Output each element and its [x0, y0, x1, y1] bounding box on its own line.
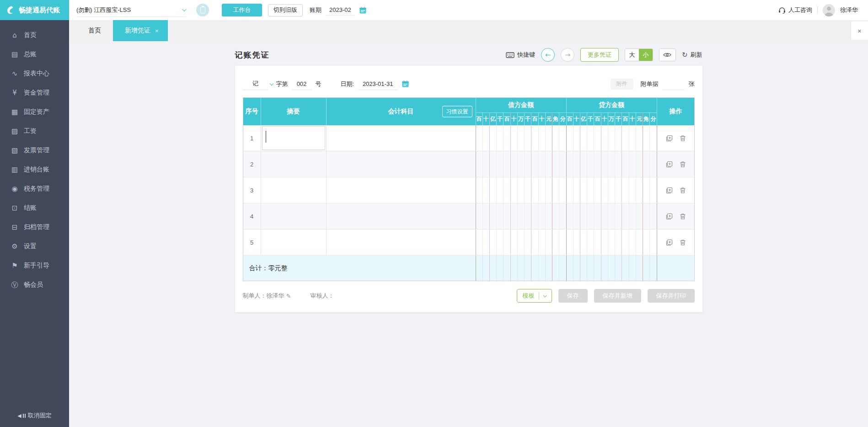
voucher-word-field[interactable]: 记: [243, 78, 268, 90]
account-cell[interactable]: [327, 125, 476, 151]
purchase-sales-ledger-icon: ▥: [11, 165, 19, 174]
summary-cell[interactable]: [261, 203, 327, 229]
credit-amount-cell[interactable]: [567, 151, 657, 177]
unpin-sidebar-button[interactable]: ◀ 取消固定: [0, 408, 69, 423]
digit-col-label: 分: [559, 113, 566, 125]
next-voucher-button[interactable]: →: [561, 48, 574, 62]
habit-settings-button[interactable]: 习惯设置: [442, 106, 472, 117]
size-small-option[interactable]: 小: [639, 49, 653, 61]
shortcut-keys-button[interactable]: 快捷键: [506, 51, 535, 59]
delete-row-icon[interactable]: [680, 239, 686, 246]
save-and-print-button[interactable]: 保存并打印: [648, 289, 695, 303]
sidebar-item-funds-management[interactable]: ¥资金管理: [0, 83, 69, 102]
digit-cell: [490, 177, 497, 203]
refresh-button[interactable]: ↻ 刷新: [682, 51, 702, 59]
delete-row-icon[interactable]: [680, 161, 686, 168]
summary-cell[interactable]: [261, 230, 327, 255]
sidebar-item-beginner-guide[interactable]: ⚑新手引导: [0, 256, 69, 275]
clipboard-circle-button[interactable]: [196, 4, 209, 16]
sidebar-item-purchase-sales-ledger[interactable]: ▥进销台账: [0, 160, 69, 179]
attach-count-field[interactable]: [663, 78, 685, 90]
summary-cell[interactable]: [261, 125, 327, 151]
size-large-option[interactable]: 大: [625, 49, 639, 61]
template-button[interactable]: 模板: [517, 289, 552, 303]
digit-cell: [608, 230, 615, 255]
sidebar-item-tax-management[interactable]: ◉税务管理: [0, 179, 69, 198]
digit-cell: [580, 177, 587, 203]
voucher-date-field[interactable]: 2023-01-31: [358, 78, 397, 90]
tab-new-voucher[interactable]: 新增凭证 ×: [113, 20, 168, 41]
voucher-number-field[interactable]: 002: [292, 78, 312, 90]
sidebar-item-home[interactable]: ⌂首页: [0, 26, 69, 45]
debit-amount-cell[interactable]: [476, 230, 567, 255]
sidebar-item-invoice-management[interactable]: ▧发票管理: [0, 141, 69, 160]
sidebar-item-fixed-assets[interactable]: ▦固定资产: [0, 102, 69, 122]
attachment-button[interactable]: 附件: [611, 79, 633, 90]
edit-pencil-icon[interactable]: ✎: [286, 293, 291, 299]
summary-input[interactable]: [262, 126, 325, 150]
period-value[interactable]: 2023-02: [326, 5, 355, 16]
credit-amount-cell[interactable]: [567, 203, 657, 229]
digit-cell: [546, 151, 552, 177]
avatar[interactable]: [823, 4, 835, 16]
credit-amount-cell[interactable]: [567, 177, 657, 203]
digit-cell: [559, 125, 566, 151]
sidebar-item-archive-management[interactable]: ⊟归档管理: [0, 218, 69, 237]
more-vouchers-button[interactable]: 更多凭证: [580, 48, 619, 62]
sidebar-item-closing[interactable]: ⊡结账: [0, 198, 69, 218]
delete-row-icon[interactable]: [680, 187, 686, 194]
sidebar-item-chang-member[interactable]: Ⓥ畅会员: [0, 275, 69, 294]
account-cell[interactable]: [327, 203, 476, 229]
credit-amount-cell[interactable]: [567, 230, 657, 255]
sidebar-item-report-center[interactable]: ∿报表中心: [0, 64, 69, 83]
account-cell[interactable]: [327, 230, 476, 255]
calendar-icon[interactable]: [402, 80, 409, 88]
previous-voucher-button[interactable]: ←: [541, 48, 555, 62]
digit-col-label: 十: [511, 113, 518, 125]
digit-cell: [608, 177, 615, 203]
debit-amount-cell[interactable]: [476, 125, 567, 151]
account-cell[interactable]: [327, 177, 476, 203]
sidebar-item-general-ledger[interactable]: ▤总账: [0, 45, 69, 64]
digit-col-label: 万: [518, 113, 525, 125]
debit-amount-cell[interactable]: [476, 203, 567, 229]
workbench-button[interactable]: 工作台: [222, 4, 262, 16]
close-tab-icon[interactable]: ×: [155, 27, 159, 34]
summary-cell[interactable]: [261, 151, 327, 177]
digit-cell: [483, 125, 490, 151]
sidebar-item-payroll[interactable]: ▨工资: [0, 122, 69, 141]
credit-amount-cell[interactable]: [567, 125, 657, 151]
save-and-add-button[interactable]: 保存并新增: [594, 289, 641, 303]
insert-row-icon[interactable]: [666, 161, 673, 168]
account-set-selector[interactable]: (勿删) 江西服宝-LSS: [76, 3, 185, 17]
live-support-link[interactable]: 人工咨询: [778, 6, 812, 14]
visibility-button[interactable]: [659, 48, 676, 61]
general-ledger-icon: ▤: [11, 50, 19, 59]
insert-row-icon[interactable]: [666, 239, 673, 246]
digit-cell: [511, 177, 518, 203]
sidebar-item-settings[interactable]: ⚙设置: [0, 237, 69, 256]
voucher-row: 5: [243, 230, 694, 256]
digit-cell: [546, 125, 552, 151]
calendar-icon[interactable]: [359, 6, 367, 14]
insert-row-icon[interactable]: [666, 135, 673, 142]
account-cell[interactable]: [327, 151, 476, 177]
delete-row-icon[interactable]: [680, 213, 686, 220]
insert-row-icon[interactable]: [666, 187, 673, 194]
insert-row-icon[interactable]: [666, 213, 673, 220]
digit-cell: [636, 230, 643, 255]
tab-home[interactable]: 首页: [76, 20, 113, 41]
save-button[interactable]: 保存: [558, 289, 588, 303]
close-panel-button[interactable]: ×: [851, 21, 868, 40]
switch-old-version-button[interactable]: 切到旧版: [268, 4, 303, 16]
digit-cell: [518, 256, 525, 281]
debit-amount-cell[interactable]: [476, 177, 567, 203]
digit-cell: [573, 203, 580, 229]
maker-name: 徐泽华: [267, 292, 284, 300]
summary-cell[interactable]: [261, 177, 327, 203]
digit-cell: [636, 125, 643, 151]
digit-cell: [497, 256, 504, 281]
debit-amount-cell[interactable]: [476, 151, 567, 177]
debit-header: 借方金额 百十亿千百十万千百十元角分: [476, 98, 567, 125]
delete-row-icon[interactable]: [680, 135, 686, 142]
